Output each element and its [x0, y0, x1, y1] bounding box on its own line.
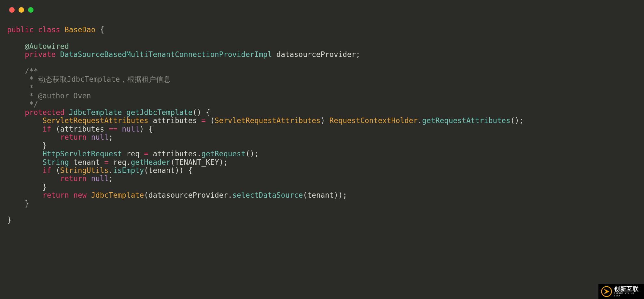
source-req: req — [113, 158, 126, 166]
brand-watermark: 创新互联 CHUANG XIN HU LIAN — [598, 284, 644, 299]
method-call: isEmpty — [113, 166, 144, 175]
var-tenant: tenant — [73, 158, 100, 166]
var-req: req — [126, 150, 140, 158]
semicolon: ; — [254, 150, 259, 158]
class-name: BaseDao — [64, 25, 95, 34]
type-httpservletrequest: HttpServletRequest — [42, 150, 122, 158]
svg-marker-1 — [604, 289, 609, 294]
op-assign: = — [202, 116, 206, 125]
keyword-new: new — [73, 191, 87, 199]
type-string: String — [42, 158, 69, 166]
javadoc-author: * @author Oven — [25, 92, 91, 100]
paren: ) — [179, 166, 184, 175]
brace-close: } — [25, 199, 29, 208]
method-call: selectDataSource — [232, 191, 303, 199]
dot: . — [126, 158, 131, 166]
brace-open: { — [206, 108, 210, 117]
field-name: datasourceProvider — [276, 50, 356, 59]
source-attributes: attributes — [153, 150, 197, 158]
brand-sub: CHUANG XIN HU LIAN — [614, 292, 641, 297]
dot: . — [109, 166, 113, 175]
var-ref: attributes — [60, 125, 105, 133]
brace-open: { — [100, 25, 105, 34]
brace-close: } — [42, 183, 47, 191]
paren: ) — [219, 158, 224, 166]
annotation-autowired: @Autowired — [25, 42, 69, 50]
keyword-private: private — [25, 50, 56, 59]
javadoc-close: */ — [25, 100, 38, 108]
paren: ( — [144, 191, 148, 199]
type-servletreqattr: ServletRequestAttributes — [42, 116, 148, 125]
null-literal: null — [122, 125, 140, 133]
paren: ) — [334, 191, 338, 199]
keyword-return: return — [60, 174, 87, 183]
keyword-return: return — [42, 191, 69, 199]
keyword-protected: protected — [25, 108, 64, 117]
semicolon: ; — [109, 133, 113, 141]
op-eqeq: == — [109, 125, 118, 133]
paren: ( — [210, 116, 215, 125]
op-assign: = — [104, 158, 109, 166]
return-type: JdbcTemplate — [69, 108, 122, 117]
paren: () — [511, 116, 519, 125]
type-provider: DataSourceBasedMultiTenantConnectionProv… — [60, 50, 272, 59]
code-block: public class BaseDao { @Autowired privat… — [0, 13, 644, 224]
paren: ( — [171, 158, 175, 166]
keyword-class: class — [38, 25, 60, 34]
paren: ) — [175, 166, 179, 175]
paren: ) — [338, 191, 343, 199]
minimize-dot[interactable] — [19, 7, 24, 13]
keyword-if: if — [42, 166, 51, 175]
cast-type: ServletRequestAttributes — [215, 116, 320, 125]
brace-open: { — [188, 166, 193, 175]
javadoc-line: * 动态获取JdbcTemplate，根据租户信息 — [25, 75, 171, 83]
paren: ) — [140, 125, 144, 133]
javadoc-open: /** — [25, 67, 38, 75]
method-call: getRequestAttributes — [422, 116, 511, 125]
window-titlebar — [0, 0, 644, 13]
semicolon: ; — [356, 50, 360, 59]
paren: () — [245, 150, 254, 158]
var-attributes: attributes — [153, 116, 197, 125]
brace-close: } — [42, 141, 47, 150]
arg-tenant: tenant — [307, 191, 334, 199]
fullscreen-dot[interactable] — [28, 7, 34, 13]
arg-tenant: tenant — [148, 166, 175, 175]
paren: ( — [144, 166, 148, 175]
null-literal: null — [91, 133, 109, 141]
keyword-public: public — [7, 25, 34, 34]
javadoc-line: * — [25, 83, 34, 92]
type-jdbctemplate: JdbcTemplate — [91, 191, 144, 199]
semicolon: ; — [343, 191, 347, 199]
paren: () — [192, 108, 201, 117]
brace-close: } — [7, 216, 12, 224]
keyword-return: return — [60, 133, 87, 141]
source-datasourceprovider: datasourceProvider — [148, 191, 228, 199]
paren: ( — [56, 125, 60, 133]
paren: ( — [303, 191, 307, 199]
paren: ( — [56, 166, 60, 175]
null-literal: null — [91, 174, 109, 183]
const-tenantkey: TENANT_KEY — [175, 158, 219, 166]
dot: . — [197, 150, 202, 158]
type-stringutils: StringUtils — [60, 166, 109, 175]
method-call: getHeader — [131, 158, 171, 166]
semicolon: ; — [519, 116, 524, 125]
type-requestcontextholder: RequestContextHolder — [329, 116, 418, 125]
method-call: getRequest — [202, 150, 246, 158]
paren: ) — [321, 116, 325, 125]
brand-name: 创新互联 — [614, 286, 641, 292]
dot: . — [228, 191, 232, 199]
close-dot[interactable] — [9, 7, 15, 13]
keyword-if: if — [42, 125, 51, 133]
semicolon: ; — [223, 158, 228, 166]
method-name: getJdbcTemplate — [126, 108, 192, 117]
op-assign: = — [144, 150, 148, 158]
code-window: public class BaseDao { @Autowired privat… — [0, 0, 644, 299]
brand-logo-icon — [601, 286, 612, 297]
dot: . — [418, 116, 422, 125]
brace-open: { — [148, 125, 153, 133]
semicolon: ; — [109, 174, 113, 183]
